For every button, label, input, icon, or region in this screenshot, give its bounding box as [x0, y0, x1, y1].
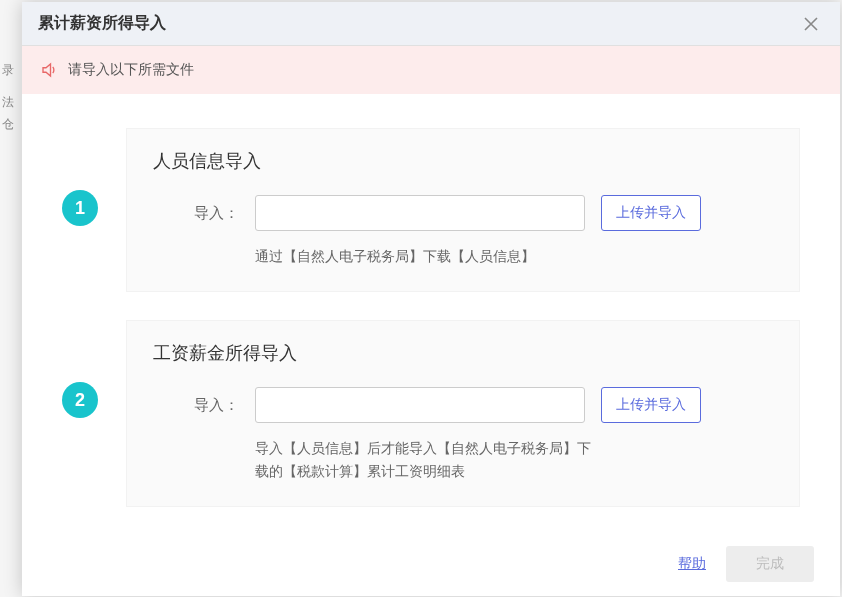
card-title: 人员信息导入 — [153, 149, 773, 173]
announcement-icon — [40, 61, 58, 79]
import-label: 导入： — [183, 396, 239, 415]
personnel-file-input[interactable] — [255, 195, 585, 231]
step-number-2: 2 — [62, 382, 98, 418]
modal-header: 累计薪资所得导入 — [22, 2, 840, 46]
bg-text-3: 仓 — [2, 116, 14, 133]
bg-text-1: 录 — [2, 62, 14, 79]
step-2: 2 工资薪金所得导入 导入： 上传并导入 导入【人员信息】后才能导入【自然人电子… — [62, 320, 800, 507]
step-1: 1 人员信息导入 导入： 上传并导入 通过【自然人电子税务局】下载【人员信息】 — [62, 128, 800, 292]
form-row: 导入： 上传并导入 — [183, 387, 773, 423]
modal-title: 累计薪资所得导入 — [38, 13, 166, 34]
import-modal: 累计薪资所得导入 请导入以下所需文件 1 人员信息导入 导入： 上传并导入 通 — [22, 2, 840, 596]
upload-salary-button[interactable]: 上传并导入 — [601, 387, 701, 423]
personnel-help-text: 通过【自然人电子税务局】下载【人员信息】 — [255, 245, 595, 267]
salary-file-input[interactable] — [255, 387, 585, 423]
notice-bar: 请导入以下所需文件 — [22, 46, 840, 94]
close-icon — [804, 17, 818, 31]
upload-personnel-button[interactable]: 上传并导入 — [601, 195, 701, 231]
close-button[interactable] — [798, 11, 824, 37]
personnel-import-card: 人员信息导入 导入： 上传并导入 通过【自然人电子税务局】下载【人员信息】 — [126, 128, 800, 292]
form-row: 导入： 上传并导入 — [183, 195, 773, 231]
card-title: 工资薪金所得导入 — [153, 341, 773, 365]
modal-footer: 帮助 完成 — [22, 532, 840, 596]
bg-text-2: 法 — [2, 94, 14, 111]
notice-text: 请导入以下所需文件 — [68, 61, 194, 79]
salary-import-card: 工资薪金所得导入 导入： 上传并导入 导入【人员信息】后才能导入【自然人电子税务… — [126, 320, 800, 507]
modal-body: 1 人员信息导入 导入： 上传并导入 通过【自然人电子税务局】下载【人员信息】 … — [22, 94, 840, 532]
step-number-1: 1 — [62, 190, 98, 226]
salary-help-text: 导入【人员信息】后才能导入【自然人电子税务局】下载的【税款计算】累计工资明细表 — [255, 437, 595, 482]
import-label: 导入： — [183, 204, 239, 223]
help-link[interactable]: 帮助 — [678, 555, 706, 573]
finish-button[interactable]: 完成 — [726, 546, 814, 582]
